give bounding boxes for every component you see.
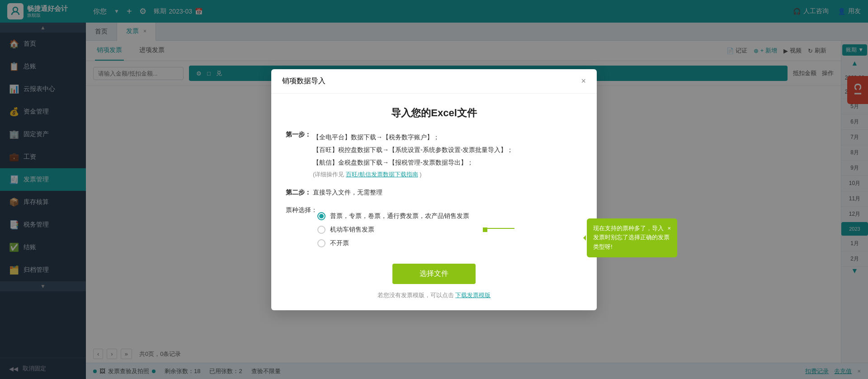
- radio-option-3[interactable]: 不开票: [317, 239, 469, 247]
- radio-circle-2: [317, 226, 326, 234]
- modal-close-button[interactable]: ×: [581, 76, 586, 86]
- radio-label-2: 机动车销售发票: [330, 226, 374, 234]
- modal-overlay: 销项数据导入 × 导入您的Excel文件 第一步： 【全电平台】数据下载→【税务…: [0, 0, 868, 379]
- tooltip-connector-dot: [483, 226, 487, 233]
- tooltip-text: 现在支持的票种多了，导入发票时别忘了选择正确的发票类型呀!: [593, 225, 670, 251]
- step1-link-row: (详细操作见 百旺/航信发票数据下载指南 ): [313, 169, 513, 180]
- step1-line3: 【航信】金税盘数据下载→【报税管理-发票数据导出】；: [313, 156, 513, 169]
- download-guide-link[interactable]: 百旺/航信发票数据下载指南: [346, 171, 418, 178]
- download-template-link[interactable]: 下载发票模版: [455, 292, 491, 298]
- tooltip-box: × 现在支持的票种多了，导入发票时别忘了选择正确的发票类型呀!: [587, 218, 677, 257]
- radio-label-1: 普票，专票，卷票，通行费发票，农产品销售发票: [330, 212, 469, 220]
- step1-line1: 【全电平台】数据下载→【税务数字账户】；: [313, 131, 513, 143]
- step1-line2: 【百旺】税控盘数据下载→【系统设置-系统参数设置-发票批量导入】；: [313, 143, 513, 156]
- ticket-type-group: 普票，专票，卷票，通行费发票，农产品销售发票 机动车销售发票: [317, 212, 469, 247]
- step1-link-prefix: (详细操作见: [313, 171, 344, 178]
- select-file-button[interactable]: 选择文件: [392, 264, 476, 284]
- footer-text: 若您没有发票模版，可以点击: [377, 292, 454, 298]
- modal-main-title: 导入您的Excel文件: [286, 106, 582, 120]
- radio-option-2[interactable]: 机动车销售发票: [317, 226, 469, 234]
- radio-option-1[interactable]: 普票，专票，卷票，通行费发票，农产品销售发票: [317, 212, 469, 220]
- step1-label: 第一步：: [286, 131, 313, 139]
- radio-label-3: 不开票: [330, 239, 349, 247]
- radio-section: 票种选择： 普票，专票，卷票，通行费发票，农产品销售发票 机动车销售: [286, 205, 582, 255]
- import-modal: 销项数据导入 × 导入您的Excel文件 第一步： 【全电平台】数据下载→【税务…: [271, 69, 597, 310]
- radio-circle-3: [317, 239, 326, 247]
- modal-body: 导入您的Excel文件 第一步： 【全电平台】数据下载→【税务数字账户】； 【百…: [271, 94, 597, 310]
- step1-section: 第一步： 【全电平台】数据下载→【税务数字账户】； 【百旺】税控盘数据下载→【系…: [286, 131, 582, 180]
- step1-link-suffix: ): [420, 171, 421, 178]
- step2-section: 第二步： 直接导入文件，无需整理: [286, 189, 582, 197]
- radio-circle-1: [317, 212, 326, 220]
- step2-text: 直接导入文件，无需整理: [313, 189, 382, 197]
- modal-footer: 若您没有发票模版，可以点击 下载发票模版: [286, 291, 582, 299]
- radio-label: 票种选择：: [286, 205, 317, 214]
- step2-label: 第二步：: [286, 189, 313, 197]
- radio-dot-1: [319, 214, 324, 218]
- select-file-row: 选择文件: [286, 264, 582, 284]
- step1-content: 【全电平台】数据下载→【税务数字账户】； 【百旺】税控盘数据下载→【系统设置-系…: [313, 131, 513, 180]
- modal-header: 销项数据导入 ×: [271, 69, 597, 94]
- tooltip-close-button[interactable]: ×: [667, 224, 671, 233]
- modal-title-label: 销项数据导入: [282, 76, 326, 86]
